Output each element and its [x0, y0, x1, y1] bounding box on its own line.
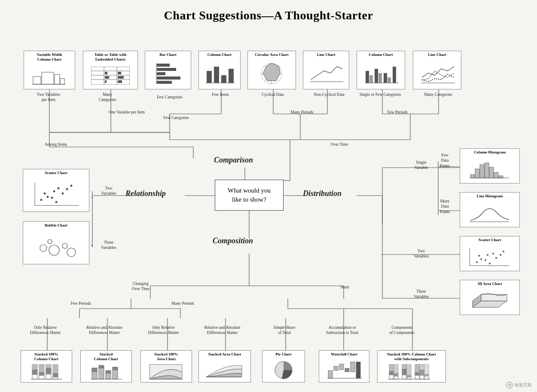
chart-bubble-rel: Bubble Chart [23, 221, 89, 264]
line-noncyclical-visual [309, 62, 343, 84]
label-three-vars-rel: ThreeVariables [94, 240, 124, 251]
svg-point-129 [40, 245, 47, 251]
label-two-variables: Two Variablesper Item [25, 92, 72, 103]
svg-rect-109 [369, 75, 373, 83]
chart-column-few-periods: Column Chart [357, 51, 405, 89]
label-few-cat-mid: Few Categories [155, 115, 198, 120]
svg-rect-108 [366, 71, 369, 83]
svg-marker-106 [263, 63, 280, 81]
chart-circular-title: Circular Area Chart [253, 51, 290, 58]
label-three-vars-dist: ThreeVariables [407, 289, 435, 300]
svg-rect-210 [424, 374, 429, 377]
chart-line-many-cat: Line Chart [413, 51, 461, 89]
svg-point-118 [46, 196, 49, 198]
svg-rect-86 [105, 80, 107, 83]
svg-point-117 [40, 199, 42, 201]
chart-line-noncyclical-title: Line Chart [316, 51, 337, 58]
svg-rect-166 [46, 368, 51, 374]
chart-stacked100-sub: Stacked 100% Column Chartwith Subcompone… [377, 350, 446, 383]
svg-rect-185 [339, 364, 344, 370]
label-among-items: Among Items [34, 142, 77, 147]
svg-rect-99 [229, 69, 234, 83]
chart-pie: Pie Chart [262, 350, 305, 383]
svg-rect-187 [351, 362, 355, 372]
label-comparison: Comparison [214, 156, 253, 165]
svg-rect-73 [33, 77, 41, 84]
chart-scatter-dist: Scatter Chart [460, 236, 520, 271]
label-rel-abs-1: Relative and AbsoluteDifferences Matter [79, 325, 130, 336]
svg-rect-139 [494, 172, 498, 178]
chart-stacked-col: StackedColumn Chart [80, 350, 132, 383]
label-few-periods-comp: Few Periods [64, 301, 98, 306]
svg-rect-90 [157, 64, 170, 67]
svg-rect-98 [221, 75, 226, 83]
chart-3d-area-title: 3D Area Chart [476, 280, 503, 287]
svg-rect-206 [420, 364, 424, 370]
chart-scatter-rel-title: Scatter Chart [43, 169, 69, 176]
label-distribution: Distribution [303, 189, 342, 198]
svg-rect-91 [157, 68, 176, 71]
svg-rect-171 [92, 371, 97, 379]
svg-rect-204 [415, 372, 419, 376]
svg-rect-172 [92, 368, 97, 371]
chart-stacked100-area: Stacked 100%Area Chart [140, 350, 192, 383]
label-two-vars-rel: TwoVariables [94, 186, 124, 196]
svg-rect-207 [420, 370, 424, 376]
chart-waterfall-title: Waterfall Chart [330, 351, 359, 357]
svg-rect-192 [389, 371, 394, 375]
svg-rect-203 [415, 364, 419, 372]
chart-line-histogram: Line Histogram [460, 192, 520, 227]
svg-rect-175 [106, 373, 111, 379]
label-many-categories: ManyCategories [86, 92, 129, 103]
label-only-rel-2: Only RelativeDifferences Matter [139, 325, 188, 336]
svg-point-143 [476, 261, 478, 263]
svg-rect-177 [113, 370, 118, 379]
chart-stacked100-col-title: Stacked 100%Column Chart [33, 351, 60, 362]
chart-stacked-area: Stacked Area Chart [198, 350, 251, 383]
svg-rect-136 [480, 165, 484, 178]
svg-rect-173 [99, 368, 104, 379]
label-many-data-points: ManyDataPoints [433, 199, 457, 214]
3d-area-visual [468, 290, 511, 311]
label-many-categories-right: Many Categories [415, 92, 462, 97]
svg-point-151 [503, 251, 504, 252]
chart-line-histogram-title: Line Histogram [476, 193, 504, 199]
label-single-variable-dist: SingleVariable [407, 160, 435, 171]
svg-rect-163 [39, 372, 44, 376]
svg-rect-209 [424, 364, 429, 374]
chart-bar-top-title: Bar Chart [158, 51, 178, 58]
page-title: Chart Suggestions—A Thought-Starter [9, 9, 528, 22]
label-rel-abs-2: Relative and AbsoluteDifferences Matter [195, 325, 249, 336]
svg-point-133 [48, 239, 52, 244]
waterfall-visual [326, 360, 363, 379]
svg-rect-114 [393, 67, 396, 83]
svg-rect-188 [356, 362, 360, 378]
chart-table-title: Table or Table withEmbedded Charts [93, 51, 128, 62]
svg-rect-176 [106, 371, 111, 373]
svg-point-123 [61, 193, 64, 195]
stacked100-area-visual [149, 364, 184, 380]
label-components: Componentsof Components [377, 325, 427, 336]
svg-rect-160 [32, 370, 37, 375]
svg-rect-97 [214, 67, 219, 83]
svg-rect-84 [105, 72, 107, 74]
chart-variable-width: Variable WidthColumn Chart [24, 51, 75, 89]
svg-rect-140 [499, 176, 503, 178]
svg-rect-138 [489, 167, 494, 178]
col-histogram-visual [468, 159, 511, 179]
svg-rect-137 [485, 163, 489, 178]
svg-rect-183 [328, 371, 333, 378]
svg-point-130 [49, 245, 59, 255]
svg-rect-113 [387, 77, 391, 83]
svg-point-147 [485, 259, 486, 261]
label-relationship: Relationship [125, 189, 166, 198]
svg-point-121 [51, 197, 53, 199]
chart-bubble-rel-title: Bubble Chart [43, 222, 69, 228]
svg-point-145 [478, 255, 480, 257]
svg-rect-135 [475, 169, 479, 178]
label-composition: Composition [213, 236, 253, 245]
chart-col-histogram: Column Histogram [460, 148, 520, 184]
svg-rect-201 [407, 375, 411, 377]
chart-scatter-dist-title: Scatter Chart [477, 236, 503, 243]
svg-rect-168 [53, 364, 58, 373]
